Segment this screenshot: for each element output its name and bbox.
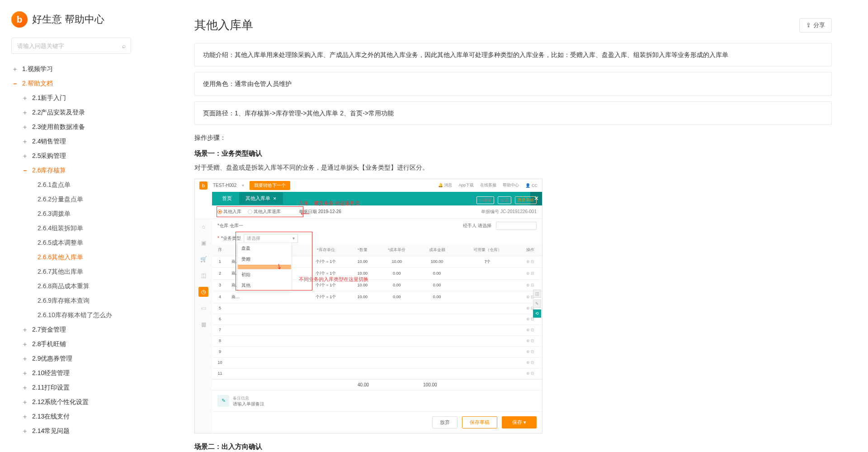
shot-cs: 在线客服: [480, 182, 496, 188]
nav-2-7[interactable]: +2.7资金管理: [11, 323, 131, 337]
tool-icon: ✎: [533, 300, 541, 308]
nav-2-8[interactable]: +2.8手机旺铺: [11, 337, 131, 352]
nav-2-6-7[interactable]: 2.6.7其他出库单: [11, 265, 131, 279]
dd-opt: 盘盈: [238, 243, 291, 254]
plus-icon: +: [11, 66, 19, 73]
minus-icon: −: [21, 167, 28, 174]
plus-icon: +: [21, 370, 28, 377]
nav-2-4[interactable]: +2.4销售管理: [11, 134, 131, 149]
box-icon: ▣: [198, 238, 208, 248]
home-icon: ⌂: [198, 222, 208, 232]
minus-icon: −: [11, 80, 19, 87]
table-row: 7⊕ ⊟: [212, 324, 542, 335]
nav-2-12[interactable]: +2.12系统个性化设置: [11, 395, 131, 409]
biztype-dropdown: 请选择▾: [244, 234, 298, 243]
main-content: 其他入库单 ⇪分享 功能介绍：其他入库单用来处理除采购入库、产成品入库之外的其他…: [140, 0, 863, 452]
plus-icon: +: [21, 355, 28, 362]
nav-2-6[interactable]: −2.6库存核算: [11, 163, 131, 178]
handler-field: [496, 222, 537, 230]
nav-2-9[interactable]: +2.9优惠券管理: [11, 352, 131, 366]
cart-icon: 🛒: [198, 254, 208, 264]
nav-2-5[interactable]: +2.5采购管理: [11, 149, 131, 163]
nav-2-13[interactable]: +2.13在线支付: [11, 409, 131, 424]
share-button[interactable]: ⇪分享: [799, 18, 832, 33]
dd-opt: 其他: [238, 280, 291, 291]
nav-2-10[interactable]: +2.10经营管理: [11, 366, 131, 381]
handler-label: 经手人 请选择: [463, 223, 491, 229]
shot-app: App下载: [458, 182, 474, 188]
screenshot-1: b TEST-H002 ▾ 我要转给下一个 🔔 消息 App下载 在线客服 帮助…: [194, 179, 542, 433]
plus-icon: +: [21, 399, 28, 406]
total-qty: 40.00: [358, 382, 369, 387]
table-row: 6⊕ ⊟: [212, 314, 542, 324]
chevron-down-icon: ▾: [242, 183, 244, 188]
scene1-text: 对于受赠、盘盈或是拆装入库等不同的业务，是通过单据头【业务类型】进行区分。: [194, 162, 832, 173]
path-box: 页面路径：1、库存核算->库存管理->其他入库单 2、首页->常用功能: [194, 101, 832, 125]
scene1-title: 场景一：业务类型确认: [194, 149, 832, 158]
search-icon[interactable]: ⌕: [122, 42, 126, 49]
nav-docs[interactable]: −2.帮助文档: [11, 76, 131, 91]
plus-icon: +: [21, 152, 28, 160]
nav-2-6-3[interactable]: 2.6.3调拨单: [11, 207, 131, 221]
nav-2-1[interactable]: +2.1新手入门: [11, 91, 131, 105]
note-icon: ✎: [217, 395, 229, 407]
nav-video[interactable]: +1.视频学习: [11, 62, 131, 76]
brand: b 好生意 帮助中心: [11, 11, 131, 28]
dropdown-menu: 盘盈 受赠 初始 其他: [237, 243, 292, 291]
brand-text: 好生意 帮助中心: [32, 13, 104, 26]
scene2-title: 场景二：出入方向确认: [194, 442, 832, 451]
table-row: 4商…个/个 = 1个10.000.000.00⊕ ⊟: [212, 291, 542, 303]
shot-bar-1: ⟵ 其他入库 其他入库退库 单据日期 2019-12-26 单据编号 JC-20…: [212, 205, 542, 219]
shot-sidebar: ⌂ ▣ 🛒 ◫ ◷ ▭ ▦: [195, 218, 212, 433]
clock-icon: ◷: [198, 287, 208, 297]
shot-trial-btn: 我要转给下一个: [250, 181, 290, 190]
nav-2-6-8[interactable]: 2.6.8商品成本重算: [11, 279, 131, 294]
tool-icon: ⟲: [533, 309, 541, 318]
table-row: 9⊕ ⊟: [212, 346, 542, 357]
shot-total-row: 40.00 100.00: [212, 379, 542, 390]
nav-2-6-10[interactable]: 2.6.10库存账本错了怎么办: [11, 308, 131, 323]
plus-icon: +: [21, 95, 28, 102]
plus-icon: +: [21, 413, 28, 420]
wh-label: *仓库 仓库一: [217, 223, 243, 229]
btn-draft: 保存草稿: [462, 416, 497, 428]
steps-label: 操作步骤：: [194, 134, 832, 142]
nav-2-6-5[interactable]: 2.6.5成本调整单: [11, 236, 131, 250]
plus-icon: +: [21, 428, 28, 435]
arrow-icon: ⟵: [301, 210, 310, 217]
folder-icon: ▭: [198, 303, 208, 313]
nav-2-6-6[interactable]: 2.6.6其他入库单: [11, 250, 131, 265]
shot-tab-home: 首页: [216, 192, 238, 205]
tool-icon: ◫: [533, 290, 541, 298]
nav-2-2[interactable]: +2.2产品安装及登录: [11, 105, 131, 120]
intro-box: 功能介绍：其他入库单用来处理除采购入库、产成品入库之外的其他入库业务，因此其他入…: [194, 43, 832, 67]
chevron-down-icon: ▾: [292, 236, 295, 241]
nav-tree: +1.视频学习 −2.帮助文档 +2.1新手入门 +2.2产品安装及登录 +2.…: [11, 62, 131, 438]
nav-2-6-2[interactable]: 2.6.2分量盘点单: [11, 192, 131, 207]
share-icon: ⇪: [806, 22, 811, 29]
nav-2-6-1[interactable]: 2.6.1盘点单: [11, 178, 131, 192]
role-box: 使用角色：通常由仓管人员维护: [194, 72, 832, 95]
nav-2-6-9[interactable]: 2.6.9库存账本查询: [11, 294, 131, 308]
shot-sn: 单据编号 JC-20191226-001: [481, 209, 537, 215]
nav-2-6-4[interactable]: 2.6.4组装拆卸单: [11, 221, 131, 236]
biztype-label: *业务类型: [221, 235, 241, 242]
btn-discard: 放弃: [432, 416, 458, 428]
nav-2-14[interactable]: +2.14常见问题: [11, 424, 131, 438]
nav-2-11[interactable]: +2.11打印设置: [11, 381, 131, 395]
logo-icon: b: [11, 11, 28, 28]
plus-icon: +: [21, 138, 28, 145]
shot-msg: 🔔 消息: [438, 182, 453, 188]
btn-save: 保存 ▾: [502, 416, 537, 428]
plus-icon: +: [21, 384, 28, 391]
total-amt: 100.00: [423, 382, 437, 387]
search-input[interactable]: [11, 38, 131, 54]
cube-icon: ◫: [198, 271, 208, 281]
annotation-text-1: 入库、退货业务 在这里切换: [299, 200, 360, 207]
shot-tab-doc: 其他入库单✕: [239, 192, 283, 205]
shot-logo-icon: b: [199, 181, 208, 190]
shot-help: 帮助中心: [503, 182, 519, 188]
page-title: 其他入库单: [194, 17, 253, 33]
plus-icon: +: [21, 124, 28, 131]
nav-2-3[interactable]: +2.3使用前数据准备: [11, 120, 131, 134]
